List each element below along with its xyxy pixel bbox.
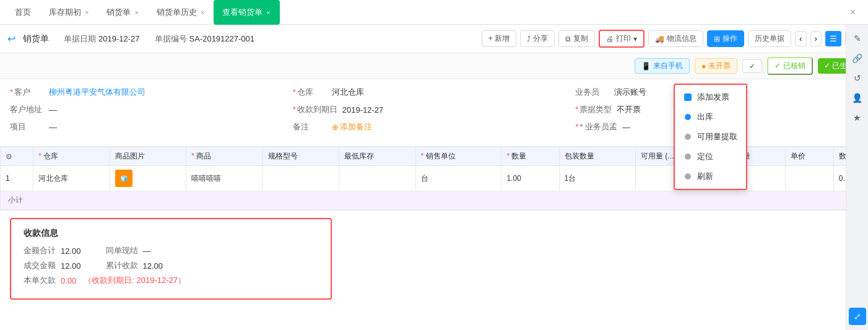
toolbar: ↩ 销货单 单据日期 2019-12-27 单据编号 SA-20191227-0… — [0, 25, 868, 53]
tab-view-sales-order[interactable]: 查看销货单 × — [214, 0, 279, 25]
cell-pack-qty: 1台 — [559, 166, 636, 191]
tab-bar: 首页 库存期初 × 销货单 × 销货单历史 × 查看销货单 × × — [0, 0, 868, 25]
note-field: 备注 ⊕ 添加备注 — [293, 121, 576, 132]
share-icon: ⤴ — [527, 35, 531, 43]
dropdown-refresh[interactable]: 刷新 — [675, 167, 746, 186]
history-button[interactable]: 历史单据 — [748, 30, 791, 47]
project-label: 项目 — [10, 121, 44, 132]
total-amount-field: 金额合计 12.00 — [24, 245, 81, 256]
address-field: 客户地址 — — [10, 104, 293, 115]
doc-date-value: 2019-12-27 — [98, 34, 140, 43]
note-label: 备注 — [293, 121, 327, 132]
operation-icon: ⊞ — [714, 35, 720, 43]
share-button[interactable]: ⤴ 分享 — [520, 30, 555, 47]
cell-no: 1 — [1, 166, 33, 191]
tab-sales-order[interactable]: 销货单 × — [98, 0, 147, 25]
total-amount-value: 12.00 — [61, 246, 81, 256]
print-button[interactable]: 🖨 打印 ▾ — [599, 30, 644, 48]
payment-info: 收款信息 金额合计 12.00 同单现结 — 成交金额 12.00 累计收款 1… — [10, 218, 332, 300]
ticket-type-value: 不开票 — [617, 104, 641, 115]
window-close-button[interactable]: × — [844, 7, 862, 18]
sidebar-expand-icon[interactable]: ⤢ — [849, 308, 866, 325]
operation-button[interactable]: ⊞ 操作 — [707, 30, 744, 47]
prev-button[interactable]: ‹ — [795, 31, 806, 46]
available-qty-icon — [684, 132, 692, 141]
logistics-button[interactable]: 🚚 物流信息 — [648, 30, 703, 47]
product-image: 🧊 — [115, 170, 132, 187]
deal-amount-label: 成交金额 — [24, 260, 56, 271]
view-table-button[interactable]: ☰ — [825, 31, 841, 46]
payment-row-3: 本单欠款 0.00 （收款到期日: 2019-12-27） — [24, 275, 318, 286]
payment-date-label: 收款到期日 — [293, 104, 337, 115]
print-dropdown-arrow: ▾ — [633, 35, 637, 43]
ticket-icon: ● — [701, 62, 706, 71]
salesperson-value: 演示账号 — [614, 87, 646, 98]
sidebar-link-icon[interactable]: 🔗 — [849, 50, 866, 67]
sidebar-refresh-icon[interactable]: ↺ — [849, 69, 866, 87]
not-open-button[interactable]: ● 未开票 — [695, 58, 737, 74]
add-note-button[interactable]: ⊕ 添加备注 — [332, 121, 372, 132]
doc-number-label: 单据编号 — [155, 33, 187, 45]
tab-home[interactable]: 首页 — [6, 0, 40, 25]
deal-amount-field: 成交金额 12.00 — [24, 260, 81, 271]
subtotal-row: 小计 — [1, 191, 868, 210]
cell-warehouse: 河北仓库 — [33, 166, 110, 191]
dropdown-locate[interactable]: 定位 — [675, 147, 746, 167]
dropdown-available-qty[interactable]: 可用量提取 — [675, 127, 746, 147]
settings-icon[interactable]: ⚙ — [6, 152, 12, 161]
confirm-icon: ✓ — [749, 62, 755, 71]
order-debt-field: 本单欠款 0.00 （收款到期日: 2019-12-27） — [24, 275, 186, 286]
phone-icon: 📱 — [641, 62, 651, 71]
col-quantity: * 数量 — [501, 147, 559, 166]
doc-number-value: SA-20191227-001 — [189, 34, 255, 43]
cell-spec — [263, 166, 339, 191]
plus-icon: ⊕ — [332, 123, 339, 132]
order-debt-value: 0.00 — [61, 276, 76, 285]
sidebar-star-icon[interactable]: ★ — [849, 109, 866, 126]
cell-sales-unit: 台 — [415, 166, 501, 191]
locate-icon — [684, 152, 692, 161]
next-button[interactable]: › — [810, 31, 822, 46]
sidebar-edit-icon[interactable]: ✎ — [849, 30, 866, 47]
toolbar-right: + 新增 ⤴ 分享 ⧉ 复制 🖨 打印 ▾ 🚚 物流信息 ⊞ 操作 — [482, 30, 861, 48]
same-order-settle-field: 同单现结 — — [106, 245, 151, 256]
sidebar-user-icon[interactable]: 👤 — [849, 89, 866, 106]
toolbar-left: ↩ 销货单 单据日期 2019-12-27 单据编号 SA-20191227-0… — [7, 33, 477, 45]
outbound-icon — [684, 113, 692, 121]
payment-title: 收款信息 — [24, 228, 318, 239]
logistics-icon: 🚚 — [655, 35, 664, 43]
warehouse-value: 河北仓库 — [332, 87, 364, 98]
col-settings[interactable]: ⚙ — [1, 147, 33, 166]
payment-row-1: 金额合计 12.00 同单现结 — — [24, 245, 318, 256]
warehouse-field: 仓库 河北仓库 — [293, 87, 576, 98]
customer-value[interactable]: 柳州粤港平安气体有限公司 — [49, 87, 145, 98]
salesperson2-value: — — [622, 123, 630, 132]
dropdown-add-invoice[interactable]: 添加发票 — [675, 87, 746, 107]
tab-close-view-sales-order[interactable]: × — [266, 9, 270, 16]
tab-close-sales-order[interactable]: × — [134, 9, 138, 16]
salesperson2-label: * 业务员孟 — [575, 121, 617, 132]
status-row: 📱 来自手机 ● 未开票 ✓ ✓ 已核销 ✓ 已生效 — [0, 53, 868, 79]
already-voided-button[interactable]: ✓ 已核销 — [767, 57, 812, 75]
col-sales-unit: * 销售单位 — [415, 147, 501, 166]
order-debt-note: （收款到期日: 2019-12-27） — [84, 275, 186, 286]
col-product: * 商品 — [186, 147, 263, 166]
new-button[interactable]: + 新增 — [482, 30, 516, 47]
total-received-value: 12.00 — [143, 261, 163, 271]
address-value: — — [49, 105, 57, 115]
add-invoice-icon — [684, 93, 692, 102]
confirm-icon-button[interactable]: ✓ — [742, 59, 762, 73]
tab-close-inventory-init[interactable]: × — [85, 9, 89, 16]
col-price: 单价 — [785, 147, 833, 166]
copy-button[interactable]: ⧉ 复制 — [558, 30, 595, 47]
effective-icon: ✓ — [824, 61, 830, 70]
from-phone-button[interactable]: 📱 来自手机 — [635, 58, 690, 74]
tab-close-sales-order-history[interactable]: × — [201, 9, 204, 16]
tab-inventory-init[interactable]: 库存期初 × — [40, 0, 98, 25]
tab-sales-order-history[interactable]: 销货单历史 × — [148, 0, 214, 25]
project-value: — — [49, 123, 57, 132]
same-order-settle-value: — — [143, 246, 151, 256]
cell-min-stock — [339, 166, 416, 191]
cell-product: 嘻嘻嘻嘻 — [186, 166, 263, 191]
dropdown-outbound[interactable]: 出库 — [675, 107, 746, 127]
